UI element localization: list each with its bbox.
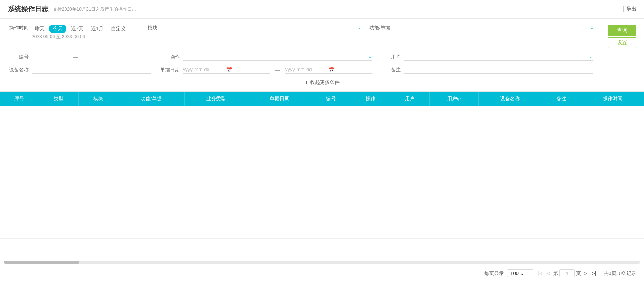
per-page-label: 每页显示 <box>484 270 504 277</box>
page-last-button[interactable]: >| <box>590 270 598 277</box>
page-number-input[interactable] <box>559 269 575 277</box>
col-seq: 序号 <box>0 92 39 106</box>
page-label: 第 <box>553 270 558 277</box>
operation-select[interactable] <box>183 54 372 59</box>
user-label: 用户 <box>380 54 401 61</box>
col-doc-date: 单据日期 <box>248 92 311 106</box>
module-filter-cell: 模块 ⌄ <box>136 25 361 31</box>
action-buttons: 查询 设置 <box>608 25 636 48</box>
col-function: 功能/单据 <box>118 92 184 106</box>
empty-cell <box>0 106 644 238</box>
operation-filter-cell: 操作 ⌄ <box>159 54 372 61</box>
date-to-wrapper: 📅 <box>285 67 372 74</box>
col-type: 类型 <box>39 92 78 106</box>
user-filter-cell: 用户 ⌄ <box>380 54 593 61</box>
total-info: 共0页, 0条记录 <box>604 270 636 277</box>
user-select[interactable] <box>404 54 593 59</box>
module-select-wrapper[interactable]: ⌄ <box>161 25 361 31</box>
scrollbar-thumb[interactable] <box>4 261 79 264</box>
device-input[interactable] <box>32 66 151 74</box>
scrollbar-track[interactable] <box>4 261 640 264</box>
page-title: 系统操作日志 <box>8 5 48 14</box>
page-first-button[interactable]: |< <box>536 270 544 277</box>
time-btn-today[interactable]: 今天 <box>49 25 66 33</box>
doc-date-filter-cell: 单据日期 📅 — 📅 <box>159 67 372 74</box>
time-btn-yesterday[interactable]: 昨天 <box>32 25 48 33</box>
collapse-bar: ⤒ 收起更多条件 <box>8 77 636 87</box>
col-module: 模块 <box>79 92 118 106</box>
table-header: 序号 类型 模块 功能/单据 业务类型 单据日期 编号 操作 用户 用户ip 设… <box>0 92 644 106</box>
function-label: 功能/单据 <box>369 25 390 31</box>
code-to-input[interactable] <box>82 53 120 61</box>
time-filter-label: 操作时间 <box>8 25 29 31</box>
time-filter-cell: 操作时间 昨天 今天 近7天 近1月 自定义 2023-06-06 至 2023… <box>8 25 129 40</box>
empty-row <box>0 106 644 238</box>
code-dash: — <box>73 54 78 60</box>
code-range: — <box>32 53 151 61</box>
col-device: 设备名称 <box>478 92 542 106</box>
note-filter-cell: 备注 <box>380 66 593 74</box>
calendar-from-icon[interactable]: 📅 <box>226 67 232 73</box>
page-next-button[interactable]: > <box>582 270 588 277</box>
collapse-chevron-icon: ⤒ <box>304 80 309 85</box>
calendar-to-icon[interactable]: 📅 <box>328 67 335 73</box>
col-op-time: 操作时间 <box>581 92 644 106</box>
col-user: 用户 <box>390 92 429 106</box>
page-prev-button[interactable]: < <box>545 270 551 277</box>
pagination-area: 每页显示 100 ⌄ |< < 第 页 > >| 共0页, 0条记录 <box>0 265 644 281</box>
col-biz-type: 业务类型 <box>185 92 248 106</box>
function-filter-cell: 功能/单据 ⌄ <box>369 25 594 31</box>
operation-select-wrapper[interactable]: ⌄ <box>183 54 372 61</box>
col-operation: 操作 <box>351 92 390 106</box>
table-body <box>0 106 644 238</box>
code-label: 编号 <box>8 54 29 61</box>
date-from-wrapper: 📅 <box>183 67 270 74</box>
date-dash: — <box>275 67 280 73</box>
query-button[interactable]: 查询 <box>608 25 636 36</box>
page-header: 系统操作日志 支持2020年10月31日之后产生的操作日志 ⎢ 导出 <box>0 0 644 19</box>
code-from-input[interactable] <box>32 53 69 61</box>
page-suffix: 页 <box>576 270 581 277</box>
time-btn-1month[interactable]: 近1月 <box>88 25 107 33</box>
page-nav: |< < 第 页 > >| <box>536 269 598 277</box>
scrollbar-area <box>0 259 644 265</box>
per-page-select[interactable]: 100 ⌄ <box>507 269 533 277</box>
time-filter-group: 昨天 今天 近7天 近1月 自定义 2023-06-06 至 2023-06-0… <box>32 25 129 40</box>
device-filter-cell: 设备名称 <box>8 66 151 74</box>
filter-area: 操作时间 昨天 今天 近7天 近1月 自定义 2023-06-06 至 2023… <box>0 19 644 92</box>
module-select[interactable] <box>161 25 361 30</box>
note-label: 备注 <box>380 67 401 73</box>
device-label: 设备名称 <box>8 67 29 73</box>
export-button[interactable]: ⎢ 导出 <box>622 6 636 12</box>
module-label: 模块 <box>136 25 158 31</box>
col-user-ip: 用户ip <box>429 92 478 106</box>
col-code: 编号 <box>311 92 351 106</box>
user-select-wrapper[interactable]: ⌄ <box>404 54 593 61</box>
collapse-button[interactable]: ⤒ 收起更多条件 <box>304 79 340 86</box>
date-to-input[interactable] <box>285 67 327 72</box>
table-header-row: 序号 类型 模块 功能/单据 业务类型 单据日期 编号 操作 用户 用户ip 设… <box>0 92 644 106</box>
time-range-display: 2023-06-06 至 2023-06-06 <box>32 34 129 40</box>
function-select[interactable] <box>393 25 594 30</box>
page-container: 系统操作日志 支持2020年10月31日之后产生的操作日志 ⎢ 导出 操作时间 … <box>0 0 644 281</box>
note-input[interactable] <box>404 66 593 74</box>
function-select-wrapper[interactable]: ⌄ <box>393 25 594 31</box>
export-icon: ⎢ <box>622 6 625 12</box>
data-table: 序号 类型 模块 功能/单据 业务类型 单据日期 编号 操作 用户 用户ip 设… <box>0 92 644 239</box>
date-from-input[interactable] <box>183 67 224 72</box>
header-title-area: 系统操作日志 支持2020年10月31日之后产生的操作日志 <box>8 5 136 14</box>
settings-button[interactable]: 设置 <box>608 37 636 48</box>
code-filter-cell: 编号 — <box>8 53 151 61</box>
table-area: 序号 类型 模块 功能/单据 业务类型 单据日期 编号 操作 用户 用户ip 设… <box>0 92 644 259</box>
per-page-value: 100 <box>510 270 519 276</box>
time-btn-custom[interactable]: 自定义 <box>108 25 129 33</box>
doc-date-label: 单据日期 <box>159 67 180 73</box>
operation-label: 操作 <box>159 54 180 61</box>
col-note: 备注 <box>542 92 581 106</box>
page-subtitle: 支持2020年10月31日之后产生的操作日志 <box>53 6 136 12</box>
per-page-arrow-icon: ⌄ <box>520 270 524 276</box>
time-btn-7days[interactable]: 近7天 <box>68 25 86 33</box>
